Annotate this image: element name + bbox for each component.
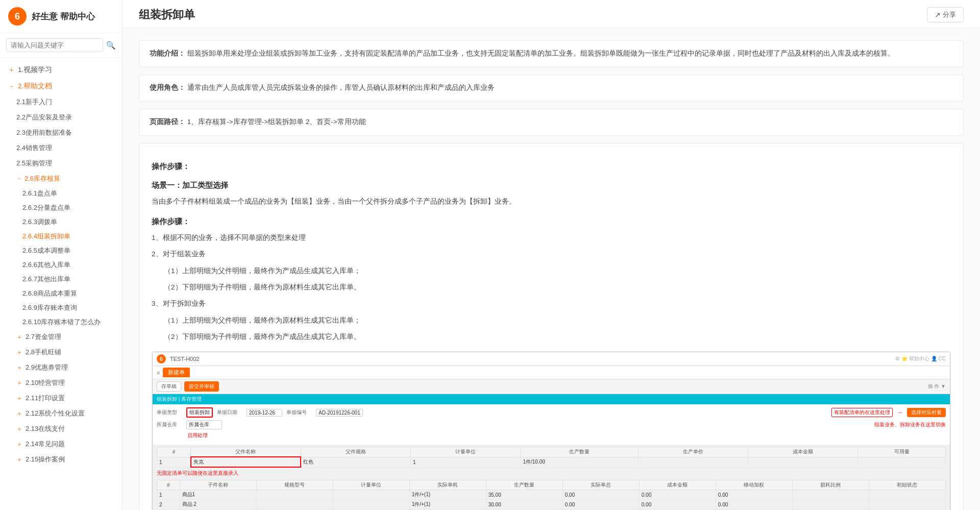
sidebar-sub-label: 2.12系统个性化设置 [26,409,85,418]
sidebar-item-partial-stocktake[interactable]: 2.6.2分量盘点单 [0,201,122,215]
sidebar-search-bar[interactable]: 🔍 [0,33,122,58]
sidebar-item-assembly[interactable]: 2.6.4组装拆卸单 [0,229,122,244]
sidebar-sub-label: 2.7资金管理 [26,332,61,342]
intro-label: 功能介绍： [150,50,185,57]
sidebar-nav: ＋ 1.视频学习 － 2.帮助文档 2.1新手入门 2.2产品安装及登录 2.3… [0,58,122,510]
fs-upper-table-area: # 父件名称 父件规格 计量单位 生产数量 生产单价 成本金额 可用量 [153,447,950,470]
sidebar-item-stocktake[interactable]: 2.6.1盘点单 [0,186,122,201]
fs-lth-unit: 计量单位 [333,480,409,490]
search-input[interactable] [6,38,103,52]
expand-icon: ＋ [16,333,22,342]
fs-no-input[interactable]: AD-20191226-001 [316,409,363,417]
sidebar-sub-label: 2.11打印设置 [26,394,65,403]
sidebar-item-label: 2.帮助文档 [18,82,52,91]
expand-icon: ＋ [16,363,22,372]
expand-icon: ＋ [16,394,22,403]
sidebar-item-inventory[interactable]: － 2.6库存核算 [0,171,122,186]
main-content-area: 组装拆卸单 ↗ 分享 功能介绍： 组装拆卸单用来处理企业组装或拆卸等加工业务，支… [122,0,980,510]
screenshot-container: 6 TEST-H002 ⚙ ⭐ 帮助中心 👤 CC ≡ 新建单 存草稿 [152,351,951,510]
fs-lth-weight: 移动加权 [716,480,792,490]
fs-annotation5-area: 无固定清单可以随便在这里直接录入 [153,470,950,478]
sidebar-item-newbie[interactable]: 2.1新手入门 [0,94,122,110]
fs-lth-single-use: 实际单耗 [409,480,486,490]
collapse-icon: － [16,175,22,183]
sidebar-item-other-out[interactable]: 2.6.7其他出库单 [0,272,122,286]
sidebar-item-ledger-query[interactable]: 2.6.9库存账本查询 [0,301,122,315]
ops-title: 操作步骤： [152,162,951,172]
sidebar-item-payment[interactable]: ＋ 2.13在线支付 [0,421,122,436]
sidebar-item-coupon[interactable]: ＋ 2.9优惠券管理 [0,360,122,375]
fs-td-num: 1 [157,457,191,467]
role-label: 使用角色： [150,84,185,91]
sidebar-item-data-prep[interactable]: 2.3使用前数据准备 [0,125,122,140]
expand-icon: ＋ [8,65,15,75]
fs-th-parent-spec: 父件规格 [301,447,410,457]
main-header: 组装拆卸单 ↗ 分享 [122,0,980,28]
annotation4-text: 启用处理 [187,432,208,439]
step3-1: （1）上部明细为父件明细，最终作为原材料生成其它出库单； [152,314,951,327]
sidebar-item-faq[interactable]: ＋ 2.14常见问题 [0,436,122,452]
sidebar-sub-label: 2.6库存核算 [24,174,60,183]
sidebar-item-personalize[interactable]: ＋ 2.12系统个性化设置 [0,406,122,421]
fs-btn-submit[interactable]: 提交并审核 [184,381,219,392]
sidebar-item-ledger-fix[interactable]: 2.6.10库存账本错了怎么办 [0,315,122,329]
fs-th-parent-name: 父件名称 [191,447,301,457]
fs-btn-select[interactable]: 选择对应村量 [907,408,946,417]
fs-annotation-row: 启用处理 [157,432,946,439]
sidebar-item-transfer[interactable]: 2.6.3调拨单 [0,215,122,229]
sidebar-sub-label: 2.8手机旺铺 [26,348,61,357]
fs-form-row2: 所属仓库 所属仓库 组装业务、拆卸业务在这里切换 [157,420,946,429]
fs-lth-child-name: 子件名称 [180,480,256,490]
fs-date-input[interactable]: 2019-12-26 [247,409,282,417]
sidebar-sub-label: 2.10经营管理 [26,378,65,387]
sidebar-sub-label: 2.14常见问题 [26,440,65,449]
fs-td-cost [748,457,858,467]
sidebar-item-finance[interactable]: ＋ 2.7资金管理 [0,329,122,345]
fs-tabbar: ≡ 新建单 [153,366,950,379]
fs-sidebar-icon: ≡ [157,370,160,376]
fs-upper-table: # 父件名称 父件规格 计量单位 生产数量 生产单价 成本金额 可用量 [157,447,946,468]
path-label: 页面路径： [150,118,185,126]
fs-type-input[interactable]: 组装拆卸 [186,407,213,418]
fs-warehouse-input[interactable]: 所属仓库 [186,420,222,429]
sidebar-item-print[interactable]: ＋ 2.11打印设置 [0,391,122,406]
fs-td-unit: 1 [411,457,521,467]
sidebar-item-cost-adjust[interactable]: 2.6.5成本调整单 [0,244,122,258]
sidebar: 6 好生意 帮助中心 🔍 ＋ 1.视频学习 － 2.帮助文档 2.1新手入门 2… [0,0,122,510]
sidebar-item-cost-recalc[interactable]: 2.6.8商品成本重算 [0,286,122,301]
annotation3-text: 组装业务、拆卸业务在这里切换 [874,421,946,428]
share-button[interactable]: ↗ 分享 [927,7,964,22]
fs-lth-total-use: 实际单总 [562,480,639,490]
steps-block: 操作步骤： 场景一：加工类型选择 当由多个子件材料组装成一个成品的业务为【组装】… [139,143,964,510]
fs-th-cost: 成本金额 [748,447,858,457]
fs-btn-draft[interactable]: 存草稿 [157,381,181,392]
sidebar-item-sales[interactable]: 2.4销售管理 [0,140,122,156]
table-row: 1 夹克 红色 1 1件/10.00 [157,457,946,467]
share-icon: ↗ [935,11,941,19]
sidebar-item-mobile[interactable]: ＋ 2.8手机旺铺 [0,345,122,360]
fake-screenshot: 6 TEST-H002 ⚙ ⭐ 帮助中心 👤 CC ≡ 新建单 存草稿 [152,352,950,510]
sidebar-item-docs[interactable]: － 2.帮助文档 [0,78,122,94]
sidebar-item-video[interactable]: ＋ 1.视频学习 [0,62,122,78]
sidebar-item-other-in[interactable]: 2.6.6其他入库单 [0,258,122,272]
step3: 3、对于拆卸业务 [152,298,951,310]
fs-active-tab[interactable]: 新建单 [163,368,190,377]
fs-topbar-icons: ⚙ ⭐ 帮助中心 👤 CC [895,355,946,362]
intro-box: 功能介绍： 组装拆卸单用来处理企业组装或拆卸等加工业务，支持有固定装配清单的产品… [139,40,964,67]
share-label: 分享 [943,10,956,19]
sidebar-item-ops[interactable]: ＋ 2.10经营管理 [0,375,122,391]
fs-no-label: 单据编号 [286,409,312,416]
sidebar-item-install[interactable]: 2.2产品安装及登录 [0,110,122,125]
sidebar-sub-label: 2.9优惠券管理 [26,363,68,372]
fs-td-spec: 红色 [301,457,410,467]
expand-icon: ＋ [16,440,22,449]
expand-icon: ＋ [16,409,22,418]
sidebar-item-purchase[interactable]: 2.5采购管理 [0,156,122,171]
path-box: 页面路径： 1、库存核算->库存管理->组装拆卸单 2、首页->常用功能 [139,109,964,136]
fs-toolbar: 存草稿 提交并审核 操 作 ▼ [153,379,950,394]
sidebar-item-cases[interactable]: ＋ 2.15操作案例 [0,452,122,467]
fs-lth-prod-qty: 生产数量 [486,480,562,490]
annotation-arrow1: → [897,409,903,416]
sidebar-item-label: 1.视频学习 [18,65,52,75]
search-icon[interactable]: 🔍 [106,41,116,50]
